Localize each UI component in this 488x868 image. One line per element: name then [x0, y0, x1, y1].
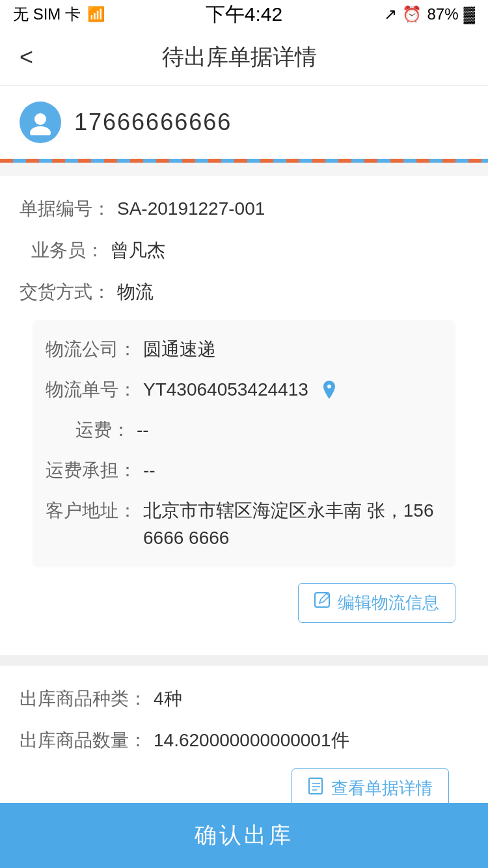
location-pin-icon[interactable]: [318, 378, 341, 401]
delivery-label: 交货方式：: [20, 278, 117, 306]
svg-point-0: [34, 113, 46, 125]
battery-icon: ▓: [464, 5, 476, 23]
logistics-company-row: 物流公司： 圆通速递: [46, 336, 442, 363]
tracking-no-row: 物流单号： YT43064053424413: [46, 376, 442, 403]
document-icon: [308, 778, 325, 799]
user-header: 17666666666: [0, 86, 488, 159]
battery-label: 87%: [427, 5, 458, 23]
wifi-icon: 📶: [87, 6, 105, 23]
status-bar: 无 SIM 卡 📶 下午4:42 ↗ ⏰ 87% ▓: [0, 0, 488, 29]
svg-rect-3: [309, 778, 322, 794]
tracking-no-value: YT43064053424413: [143, 376, 442, 403]
salesperson-label: 业务员：: [20, 237, 111, 264]
view-details-button[interactable]: 查看单据详情: [291, 768, 449, 808]
page-title: 待出库单据详情: [46, 42, 432, 72]
address-label: 客户地址：: [46, 497, 143, 524]
section-divider: [0, 655, 488, 666]
nav-bar: < 待出库单据详情: [0, 29, 488, 86]
avatar: [20, 102, 61, 143]
address-row: 客户地址： 北京市市辖区海淀区永丰南 张，156 6666 6666: [46, 497, 442, 552]
status-right: ↗ ⏰ 87% ▓: [384, 5, 475, 23]
edit-logistics-button[interactable]: 编辑物流信息: [298, 583, 455, 623]
goods-quantity-value: 14.620000000000001件: [154, 727, 468, 754]
avatar-icon: [27, 109, 53, 135]
salesperson-value: 曾凡杰: [111, 237, 468, 264]
logistics-company-value: 圆通速递: [143, 336, 442, 363]
view-details-btn-container: 查看单据详情: [39, 768, 449, 808]
freight-value: --: [137, 416, 442, 444]
confirm-button[interactable]: 确认出库: [0, 803, 488, 868]
dashed-divider: [0, 159, 488, 163]
salesperson-row: 业务员： 曾凡杰: [20, 237, 468, 264]
delivery-value: 物流: [117, 278, 468, 306]
order-no-row: 单据编号： SA-20191227-001: [20, 195, 468, 223]
tracking-no-label: 物流单号：: [46, 376, 143, 403]
order-no-label: 单据编号：: [20, 195, 117, 223]
goods-quantity-row: 出库商品数量： 14.620000000000001件: [20, 727, 468, 754]
freight-row: 运费： --: [46, 416, 442, 444]
edit-logistics-label: 编辑物流信息: [338, 591, 439, 614]
freight-label: 运费：: [46, 416, 137, 444]
svg-point-1: [30, 126, 51, 135]
back-button[interactable]: <: [20, 44, 33, 71]
alarm-icon: ⏰: [402, 5, 422, 23]
user-phone: 17666666666: [74, 109, 232, 136]
edit-icon: [314, 592, 331, 614]
carrier-label: 无 SIM 卡: [13, 4, 81, 25]
goods-quantity-label: 出库商品数量：: [20, 727, 154, 754]
goods-types-value: 4种: [154, 685, 468, 712]
goods-types-row: 出库商品种类： 4种: [20, 685, 468, 712]
freight-bearer-value: --: [143, 457, 442, 484]
confirm-label: 确认出库: [195, 821, 293, 850]
view-details-label: 查看单据详情: [331, 777, 433, 800]
svg-rect-2: [315, 593, 329, 607]
freight-bearer-label: 运费承担：: [46, 457, 143, 484]
order-no-value: SA-20191227-001: [117, 195, 468, 223]
status-time: 下午4:42: [206, 1, 282, 28]
goods-types-label: 出库商品种类：: [20, 685, 154, 712]
delivery-row: 交货方式： 物流: [20, 278, 468, 306]
address-value: 北京市市辖区海淀区永丰南 张，156 6666 6666: [143, 497, 442, 552]
logistics-company-label: 物流公司：: [46, 336, 143, 363]
freight-bearer-row: 运费承担： --: [46, 457, 442, 484]
logistics-section: 物流公司： 圆通速递 物流单号： YT43064053424413 运费： --: [33, 320, 455, 567]
status-left: 无 SIM 卡 📶: [13, 4, 105, 25]
tracking-no-text: YT43064053424413: [143, 376, 308, 403]
location-icon: ↗: [384, 5, 397, 23]
main-content: 17666666666 单据编号： SA-20191227-001 业务员： 曾…: [0, 86, 488, 868]
order-info-section: 单据编号： SA-20191227-001 业务员： 曾凡杰 交货方式： 物流 …: [0, 176, 488, 655]
edit-logistics-btn-container: 编辑物流信息: [33, 583, 455, 623]
